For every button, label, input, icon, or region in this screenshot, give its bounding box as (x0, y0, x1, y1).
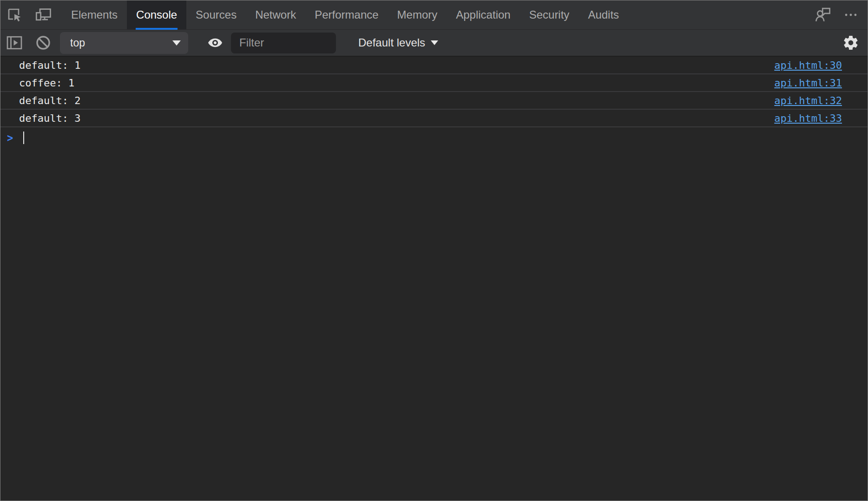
log-levels-select[interactable]: Default levels (358, 36, 438, 49)
text-cursor (23, 132, 24, 144)
console-message-row: default: 3 api.html:33 (0, 110, 868, 127)
console-message-text: default: 3 (19, 112, 80, 124)
feedback-button[interactable] (813, 5, 833, 25)
console-message-source-link[interactable]: api.html:31 (774, 77, 842, 89)
settings-gear-icon (842, 34, 859, 51)
tab-sources[interactable]: Sources (186, 0, 246, 29)
console-rows: default: 1 api.html:30 coffee: 1 api.htm… (0, 57, 868, 127)
log-levels-label: Default levels (358, 36, 425, 49)
panel-tab-label: Elements (71, 8, 118, 21)
tab-performance[interactable]: Performance (305, 0, 388, 29)
inspect-icon (6, 7, 23, 23)
console-message-row: default: 1 api.html:30 (0, 57, 868, 74)
panel-tabs: Elements Console Sources Network Perform… (62, 0, 628, 29)
javascript-context-value: top (70, 37, 85, 49)
panel-tab-label: Network (255, 8, 296, 21)
devtools-tabbar: Elements Console Sources Network Perform… (0, 0, 868, 30)
chevron-down-icon (172, 40, 181, 46)
clear-console-icon (35, 35, 51, 51)
console-prompt[interactable]: > (0, 127, 868, 148)
inspect-element-button[interactable] (4, 5, 25, 25)
console-message-text: coffee: 1 (19, 77, 74, 89)
tab-application[interactable]: Application (447, 0, 519, 29)
console-messages-area[interactable]: default: 1 api.html:30 coffee: 1 api.htm… (0, 57, 868, 501)
console-filter-input[interactable] (231, 33, 336, 53)
more-options-button[interactable] (841, 5, 861, 25)
javascript-context-select[interactable]: top (60, 32, 188, 54)
tab-audits[interactable]: Audits (579, 0, 628, 29)
panel-tab-label: Sources (196, 8, 237, 21)
chevron-down-icon (431, 40, 438, 45)
show-console-sidebar-button[interactable] (5, 33, 24, 52)
console-message-text: default: 1 (19, 59, 80, 71)
console-toolbar: top Default levels (0, 30, 868, 57)
panel-tab-label: Memory (397, 8, 438, 21)
create-live-expression-button[interactable] (206, 33, 224, 52)
tab-memory[interactable]: Memory (388, 0, 447, 29)
console-settings-button[interactable] (842, 33, 860, 52)
console-message-text: default: 2 (19, 95, 80, 106)
panel-tab-label: Audits (588, 8, 619, 21)
tab-security[interactable]: Security (520, 0, 579, 29)
panel-tab-label: Security (529, 8, 570, 21)
tabbar-right-controls (805, 5, 861, 25)
console-message-source-link[interactable]: api.html:33 (774, 112, 842, 124)
tab-elements[interactable]: Elements (62, 0, 127, 29)
more-options-icon (843, 7, 859, 23)
panel-tab-label: Console (136, 8, 177, 21)
prompt-chevron-icon: > (7, 131, 13, 144)
panel-tab-label: Performance (315, 8, 378, 21)
console-message-source-link[interactable]: api.html:30 (774, 59, 842, 71)
tab-console[interactable]: Console (127, 0, 186, 29)
clear-console-button[interactable] (34, 33, 53, 52)
devtools-window: Elements Console Sources Network Perform… (0, 0, 868, 501)
feedback-icon (814, 6, 832, 24)
toggle-device-toolbar-button[interactable] (33, 5, 53, 25)
live-expression-eye-icon (207, 35, 223, 51)
console-message-row: coffee: 1 api.html:31 (0, 74, 868, 92)
console-sidebar-icon (6, 35, 23, 50)
panel-tab-label: Application (456, 8, 510, 21)
console-message-source-link[interactable]: api.html:32 (774, 95, 842, 106)
device-toolbar-icon (34, 7, 52, 23)
console-message-row: default: 2 api.html:32 (0, 92, 868, 110)
tab-network[interactable]: Network (246, 0, 305, 29)
